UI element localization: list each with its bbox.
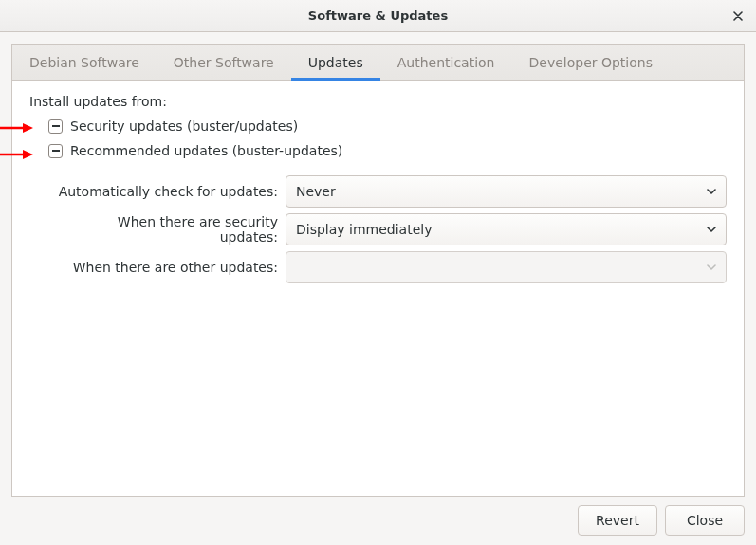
setting-label: When there are security updates: <box>56 214 278 245</box>
tab-developer-options[interactable]: Developer Options <box>512 45 670 80</box>
setting-row-security-updates: When there are security updates: Display… <box>56 213 727 245</box>
chevron-down-icon <box>707 227 716 232</box>
action-bar: Revert Close <box>578 505 745 536</box>
source-label: Security updates (buster/updates) <box>70 118 298 134</box>
install-from-label: Install updates from: <box>29 94 727 109</box>
setting-row-auto-check: Automatically check for updates: Never <box>56 175 727 208</box>
setting-row-other-updates: When there are other updates: <box>56 251 727 283</box>
dash-icon <box>52 150 60 152</box>
tab-debian-software[interactable]: Debian Software <box>12 45 157 80</box>
button-label: Close <box>687 513 723 528</box>
tab-authentication[interactable]: Authentication <box>380 45 512 80</box>
combo-security-updates[interactable]: Display immediately <box>286 213 727 245</box>
combo-value: Display immediately <box>296 222 432 237</box>
setting-label: When there are other updates: <box>56 260 278 275</box>
revert-button[interactable]: Revert <box>578 505 657 536</box>
source-row-security: Security updates (buster/updates) <box>48 118 727 134</box>
window-title: Software & Updates <box>308 9 448 23</box>
close-button[interactable]: Close <box>665 505 745 536</box>
window-titlebar: Software & Updates <box>0 0 756 32</box>
updates-page: Install updates from: Security updates (… <box>12 81 744 496</box>
chevron-down-icon <box>707 189 716 194</box>
checkbox-recommended-updates[interactable] <box>48 144 63 158</box>
tab-label: Updates <box>308 55 363 70</box>
tab-label: Authentication <box>397 55 495 70</box>
checkbox-security-updates[interactable] <box>48 119 63 134</box>
combo-other-updates <box>286 251 727 283</box>
tab-updates[interactable]: Updates <box>291 45 380 80</box>
combo-value: Never <box>296 184 336 199</box>
content-frame: Debian Software Other Software Updates A… <box>11 44 745 497</box>
tab-other-software[interactable]: Other Software <box>157 45 291 80</box>
chevron-down-icon <box>707 264 716 270</box>
tab-label: Debian Software <box>29 55 139 70</box>
tab-label: Developer Options <box>529 55 653 70</box>
setting-label: Automatically check for updates: <box>56 184 278 199</box>
close-icon <box>733 11 743 21</box>
source-label: Recommended updates (buster-updates) <box>70 143 342 158</box>
button-label: Revert <box>596 513 639 528</box>
tab-bar: Debian Software Other Software Updates A… <box>12 45 744 81</box>
window-close-button[interactable] <box>729 8 747 25</box>
dash-icon <box>52 125 60 127</box>
combo-auto-check[interactable]: Never <box>286 175 727 208</box>
settings-grid: Automatically check for updates: Never W… <box>56 175 727 283</box>
source-row-recommended: Recommended updates (buster-updates) <box>48 143 727 158</box>
tab-label: Other Software <box>174 55 274 70</box>
